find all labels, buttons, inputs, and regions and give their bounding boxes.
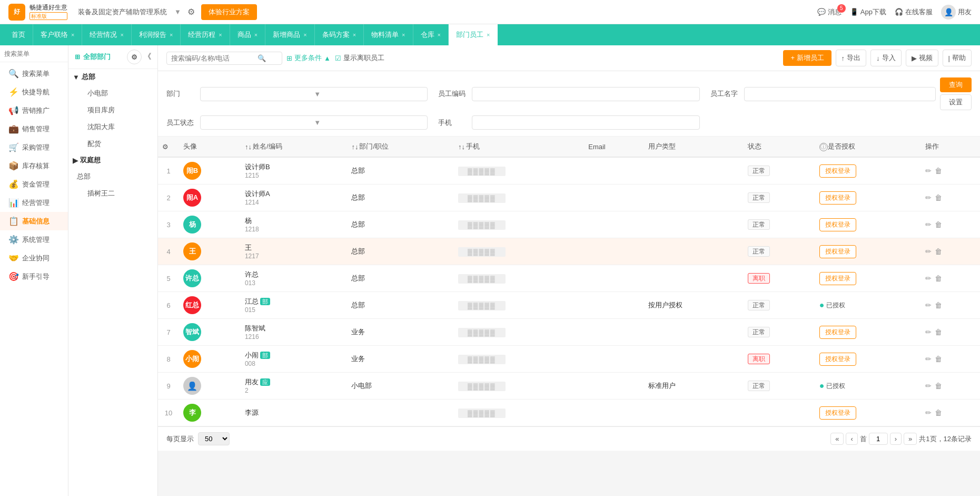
tab-history[interactable]: 经营历程 × — [181, 24, 230, 45]
sidebar-item-basic-info[interactable]: 📋基础信息 — [0, 212, 68, 230]
show-resigned-toggle[interactable]: ☑ 显示离职员工 — [335, 53, 384, 63]
close-icon[interactable]: × — [219, 32, 222, 38]
dept-item-peihuo[interactable]: 配货 — [79, 135, 157, 152]
edit-btn[interactable]: ✏ — [925, 193, 932, 202]
dept-settings-icon[interactable]: ⚙ — [127, 50, 142, 64]
edit-btn[interactable]: ✏ — [925, 220, 932, 229]
sidebar-item-guide[interactable]: 🎯新手引导 — [0, 267, 68, 286]
sort-name-code[interactable]: ↑↓ 姓名/编码 — [245, 142, 343, 151]
tab-warehouse[interactable]: 仓库 × — [413, 24, 449, 45]
close-icon[interactable]: × — [487, 32, 490, 38]
sidebar-item-collab[interactable]: 🤝企业协同 — [0, 249, 68, 267]
sidebar-item-inventory[interactable]: 📦库存核算 — [0, 157, 68, 175]
phone-filter-input[interactable] — [472, 115, 699, 130]
help-btn[interactable]: | 帮助 — [943, 50, 972, 66]
dept-group-title[interactable]: ▼ 总部 — [73, 72, 95, 82]
edit-btn[interactable]: ✏ — [925, 355, 932, 363]
th-dept[interactable]: ↑↓ 部门/职位 — [347, 137, 454, 157]
page-size-select[interactable]: 50 20 100 — [198, 432, 230, 445]
tab-customer[interactable]: 客户联络 × — [33, 24, 82, 45]
search-input-wrap[interactable]: 🔍 — [166, 52, 282, 65]
delete-btn[interactable]: 🗑 — [935, 328, 942, 336]
edit-btn[interactable]: ✏ — [925, 328, 932, 336]
dept-collapse-btn[interactable]: 《 — [144, 52, 151, 62]
empname-filter-input[interactable] — [744, 87, 936, 101]
online-service-btn[interactable]: 🎧 在线客服 — [895, 7, 933, 17]
edit-btn[interactable]: ✏ — [925, 409, 932, 417]
empstatus-select[interactable]: ▼ — [200, 115, 428, 130]
last-page-btn[interactable]: » — [904, 433, 917, 445]
delete-btn[interactable]: 🗑 — [935, 355, 942, 363]
close-icon[interactable]: × — [353, 32, 356, 38]
dept-item-chashuwangr[interactable]: 插树王二 — [79, 185, 157, 202]
sidebar-item-mgmt[interactable]: 📊经营管理 — [0, 193, 68, 212]
delete-btn[interactable]: 🗑 — [935, 247, 942, 256]
tab-new-goods[interactable]: 新增商品 × — [265, 24, 314, 45]
edit-btn[interactable]: ✏ — [925, 382, 932, 390]
dept-item-project[interactable]: 项目库房 — [79, 102, 157, 119]
info-icon[interactable]: ⓘ — [819, 143, 828, 151]
sidebar-item-quicknav[interactable]: ⚡快捷导航 — [0, 83, 68, 101]
sidebar-search[interactable]: 🔍 — [0, 45, 68, 62]
export-btn[interactable]: ↑ 导出 — [836, 50, 867, 66]
close-icon[interactable]: × — [254, 32, 258, 38]
dept-item-xiaodian[interactable]: 小电部 — [79, 85, 157, 102]
edit-btn[interactable]: ✏ — [925, 247, 932, 256]
tab-profit[interactable]: 利润报告 × — [132, 24, 181, 45]
tab-barcode[interactable]: 条码方案 × — [315, 24, 364, 45]
close-icon[interactable]: × — [303, 32, 306, 38]
next-page-btn[interactable]: › — [890, 433, 902, 445]
edit-btn[interactable]: ✏ — [925, 274, 932, 283]
sidebar-search-input[interactable] — [4, 50, 68, 57]
auth-login-btn[interactable]: 授权登录 — [819, 245, 856, 258]
delete-btn[interactable]: 🗑 — [935, 193, 942, 202]
import-btn[interactable]: ↓ 导入 — [870, 50, 902, 66]
query-btn[interactable]: 查询 — [940, 77, 972, 92]
message-btn[interactable]: 💬 消息 5 — [817, 7, 842, 17]
sort-phone[interactable]: ↑↓ 手机 — [458, 142, 580, 151]
close-icon[interactable]: × — [170, 32, 173, 38]
tab-operations[interactable]: 经营情况 × — [82, 24, 131, 45]
close-icon[interactable]: × — [71, 32, 74, 38]
auth-login-btn[interactable]: 授权登录 — [819, 326, 856, 339]
add-employee-btn[interactable]: + 新增员工 — [783, 50, 831, 66]
sidebar-item-search[interactable]: 🔍搜索菜单 — [0, 64, 68, 83]
app-download-btn[interactable]: 📱 App下载 — [850, 7, 886, 17]
auth-login-btn[interactable]: 授权登录 — [819, 164, 856, 178]
th-settings[interactable]: ⚙ — [158, 137, 179, 157]
sidebar-item-system[interactable]: ⚙️系统管理 — [0, 230, 68, 249]
tab-home[interactable]: 首页 — [4, 24, 33, 45]
auth-login-btn[interactable]: 授权登录 — [819, 272, 856, 285]
sidebar-item-purchase[interactable]: 🛒采购管理 — [0, 138, 68, 157]
th-name-code[interactable]: ↑↓ 姓名/编码 — [241, 137, 348, 157]
close-icon[interactable]: × — [120, 32, 123, 38]
prev-page-btn[interactable]: ‹ — [846, 433, 857, 445]
sidebar-item-sales[interactable]: 💼销售管理 — [0, 120, 68, 138]
dept-item-shenyang[interactable]: 沈阳大库 — [79, 119, 157, 135]
close-icon[interactable]: × — [402, 32, 405, 38]
close-icon[interactable]: × — [438, 32, 441, 38]
gear-icon[interactable]: ⚙ — [187, 7, 195, 17]
view-btn[interactable]: ▶ 视频 — [906, 50, 938, 66]
delete-btn[interactable]: 🗑 — [935, 220, 942, 229]
dept-item-zongbu[interactable]: 总部 — [68, 168, 157, 185]
empcode-filter-input[interactable] — [472, 87, 699, 101]
auth-login-btn[interactable]: 授权登录 — [819, 191, 856, 205]
page-number-input[interactable] — [869, 433, 888, 445]
dept-group-title2[interactable]: ▶ 双庭想 — [73, 155, 101, 165]
delete-btn[interactable]: 🗑 — [935, 274, 942, 283]
edit-btn[interactable]: ✏ — [925, 167, 932, 175]
delete-btn[interactable]: 🗑 — [935, 382, 942, 390]
sort-dept[interactable]: ↑↓ 部门/职位 — [351, 142, 450, 151]
dropdown-arrow[interactable]: ▼ — [174, 8, 181, 16]
sidebar-item-marketing[interactable]: 📢营销推广 — [0, 101, 68, 120]
auth-login-btn[interactable]: 授权登录 — [819, 218, 856, 231]
auth-login-btn[interactable]: 授权登录 — [819, 406, 856, 420]
auth-login-btn[interactable]: 授权登录 — [819, 353, 856, 366]
experience-btn[interactable]: 体验行业方案 — [201, 4, 257, 20]
delete-btn[interactable]: 🗑 — [935, 167, 942, 175]
sidebar-item-finance[interactable]: 💰资金管理 — [0, 175, 68, 193]
tab-dept-staff[interactable]: 部门员工 × — [449, 24, 498, 45]
dept-select[interactable]: ▼ — [200, 87, 428, 101]
set-btn[interactable]: 设置 — [940, 94, 972, 110]
